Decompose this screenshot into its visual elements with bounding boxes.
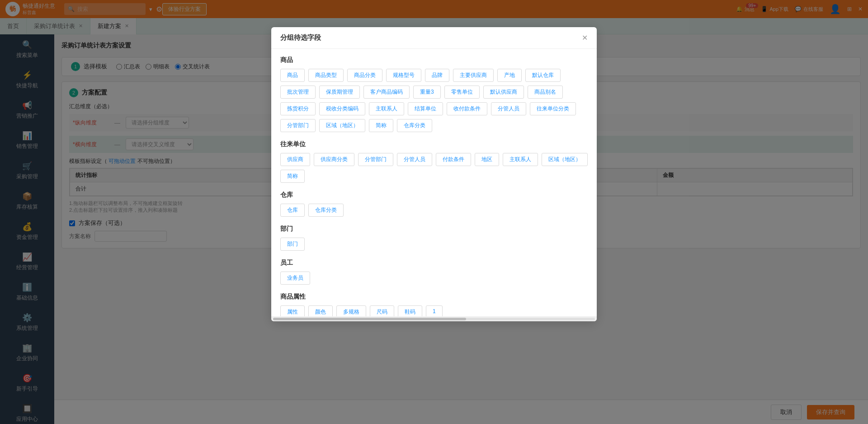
field-group-employee: 员工 业务员: [280, 259, 588, 285]
field-tag-product-2[interactable]: 商品分类: [347, 69, 382, 82]
field-group-product-attr: 商品属性 属性 颜色 多规格 尺码 鞋码 1: [280, 293, 588, 316]
field-tag-partner-6[interactable]: 主联系人: [503, 153, 538, 166]
field-tag-product-14[interactable]: 商品别名: [528, 86, 563, 99]
scroll-thumb: [273, 318, 466, 320]
field-tag-product-8[interactable]: 批次管理: [280, 86, 316, 99]
field-tag-product-4[interactable]: 品牌: [425, 69, 449, 82]
field-tag-product-17[interactable]: 主联系人: [369, 102, 404, 115]
field-tag-partner-4[interactable]: 付款条件: [436, 153, 471, 166]
field-tag-product-1[interactable]: 商品类型: [308, 69, 344, 82]
field-tag-product-11[interactable]: 重量3: [413, 86, 441, 99]
field-tag-product-0[interactable]: 商品: [280, 69, 305, 82]
field-tag-product-12[interactable]: 零售单位: [444, 86, 480, 99]
field-group-department-title: 部门: [280, 225, 588, 233]
partner-tags: 供应商 供应商分类 分管部门 分管人员 付款条件 地区 主联系人 区域（地区） …: [280, 153, 588, 183]
scroll-track: [273, 318, 595, 320]
field-tag-product-7[interactable]: 默认仓库: [525, 69, 561, 82]
product-tags: 商品 商品类型 商品分类 规格型号 品牌 主要供应商 产地 默认仓库 批次管理 …: [280, 69, 588, 132]
field-tag-partner-0[interactable]: 供应商: [280, 153, 310, 166]
field-tag-product-3[interactable]: 规格型号: [386, 69, 421, 82]
field-group-department: 部门 部门: [280, 225, 588, 251]
field-group-partner-title: 往来单位: [280, 140, 588, 148]
field-tag-attr-1[interactable]: 颜色: [308, 305, 333, 316]
modal-title: 分组待选字段: [280, 33, 321, 42]
field-tag-partner-2[interactable]: 分管部门: [358, 153, 393, 166]
field-tag-product-13[interactable]: 默认供应商: [483, 86, 524, 99]
field-tag-attr-4[interactable]: 鞋码: [398, 305, 422, 316]
field-tag-product-22[interactable]: 分管部门: [280, 119, 316, 132]
field-tag-employee-0[interactable]: 业务员: [280, 272, 310, 285]
field-tag-warehouse-0[interactable]: 仓库: [280, 204, 305, 217]
field-tag-product-18[interactable]: 结算单位: [408, 102, 443, 115]
field-tag-attr-2[interactable]: 多规格: [336, 305, 366, 316]
field-tag-partner-5[interactable]: 地区: [475, 153, 499, 166]
field-tag-product-16[interactable]: 税收分类编码: [319, 102, 365, 115]
modal-close-btn[interactable]: ✕: [582, 33, 588, 42]
field-tag-product-10[interactable]: 客户商品编码: [363, 86, 410, 99]
field-group-product-title: 商品: [280, 56, 588, 64]
field-tag-product-5[interactable]: 主要供应商: [453, 69, 494, 82]
field-tag-product-9[interactable]: 保质期管理: [319, 86, 360, 99]
field-tag-product-20[interactable]: 分管人员: [491, 102, 526, 115]
field-group-warehouse: 仓库 仓库 仓库分类: [280, 191, 588, 217]
field-tag-product-24[interactable]: 简称: [369, 119, 393, 132]
field-tag-partner-8[interactable]: 简称: [280, 170, 305, 183]
employee-tags: 业务员: [280, 272, 588, 285]
modal-body: 商品 商品 商品类型 商品分类 规格型号 品牌 主要供应商 产地 默认仓库 批次…: [271, 49, 597, 316]
field-tag-attr-0[interactable]: 属性: [280, 305, 305, 316]
field-tag-partner-3[interactable]: 分管人员: [397, 153, 432, 166]
field-tag-department-0[interactable]: 部门: [280, 238, 305, 251]
warehouse-tags: 仓库 仓库分类: [280, 204, 588, 217]
modal-horizontal-scrollbar[interactable]: [271, 316, 597, 321]
field-group-product-attr-title: 商品属性: [280, 293, 588, 301]
field-tag-product-21[interactable]: 往来单位分类: [530, 102, 576, 115]
product-attr-tags: 属性 颜色 多规格 尺码 鞋码 1: [280, 305, 588, 316]
field-tag-partner-1[interactable]: 供应商分类: [314, 153, 354, 166]
field-tag-product-6[interactable]: 产地: [497, 69, 522, 82]
field-tag-product-15[interactable]: 拣货积分: [280, 102, 316, 115]
field-tag-attr-5[interactable]: 1: [426, 305, 443, 316]
field-tag-warehouse-1[interactable]: 仓库分类: [308, 204, 344, 217]
field-tag-partner-7[interactable]: 区域（地区）: [542, 153, 588, 166]
field-group-warehouse-title: 仓库: [280, 191, 588, 199]
field-group-partner: 往来单位 供应商 供应商分类 分管部门 分管人员 付款条件 地区 主联系人 区域…: [280, 140, 588, 183]
field-tag-product-23[interactable]: 区域（地区）: [319, 119, 365, 132]
field-group-employee-title: 员工: [280, 259, 588, 267]
field-group-product: 商品 商品 商品类型 商品分类 规格型号 品牌 主要供应商 产地 默认仓库 批次…: [280, 56, 588, 132]
modal-header: 分组待选字段 ✕: [271, 27, 597, 49]
field-tag-product-19[interactable]: 收付款条件: [447, 102, 487, 115]
modal-dialog: 分组待选字段 ✕ 商品 商品 商品类型 商品分类 规格型号 品牌 主要供应商 产…: [271, 27, 597, 321]
field-tag-attr-3[interactable]: 尺码: [370, 305, 394, 316]
department-tags: 部门: [280, 238, 588, 251]
modal-overlay: 分组待选字段 ✕ 商品 商品 商品类型 商品分类 规格型号 品牌 主要供应商 产…: [0, 0, 868, 424]
field-tag-product-25[interactable]: 仓库分类: [397, 119, 432, 132]
